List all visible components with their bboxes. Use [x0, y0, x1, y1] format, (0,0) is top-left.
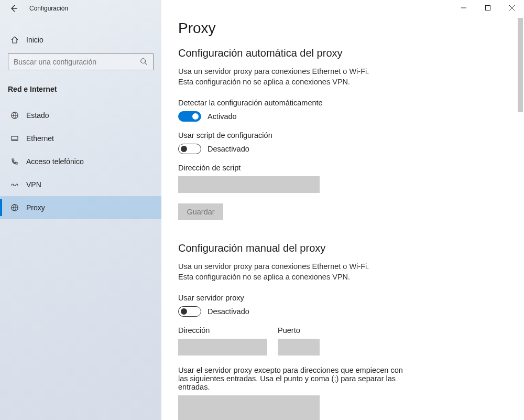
content: Proxy Configuración automática del proxy…: [161, 17, 507, 420]
ethernet-icon: [9, 134, 20, 143]
search-icon: [140, 58, 148, 66]
port-label: Puerto: [278, 326, 320, 335]
maximize-button[interactable]: [476, 0, 500, 16]
window-controls: [161, 0, 524, 17]
address-input[interactable]: [178, 339, 267, 356]
section-manual-title: Configuración manual del proxy: [178, 242, 507, 254]
script-address-label: Dirección de script: [178, 164, 507, 172]
sidebar-item-label: Estado: [26, 111, 49, 120]
maximize-icon: [485, 5, 490, 10]
address-label: Dirección: [178, 326, 267, 335]
sidebar: Configuración Inicio Red e Internet E: [0, 0, 161, 420]
detect-toggle-state: Activado: [208, 112, 237, 121]
script-label: Usar script de configuración: [178, 131, 507, 139]
proxy-icon: [9, 203, 20, 212]
back-arrow-icon: [9, 4, 18, 13]
use-proxy-toggle-state: Desactivado: [208, 307, 249, 316]
back-button[interactable]: [8, 3, 19, 14]
sidebar-item-proxy[interactable]: Proxy: [0, 196, 161, 219]
detect-label: Detectar la configuración automáticament…: [178, 99, 507, 107]
use-proxy-label: Usar servidor proxy: [178, 294, 507, 302]
page-title: Proxy: [178, 20, 507, 37]
sidebar-item-home[interactable]: Inicio: [0, 30, 161, 49]
sidebar-item-vpn[interactable]: VPN: [0, 173, 161, 196]
sidebar-item-label: VPN: [26, 180, 41, 189]
section-manual-desc: Usa un servidor proxy para conexiones Et…: [178, 262, 383, 282]
phone-icon: [9, 157, 20, 166]
sidebar-item-label: Proxy: [26, 203, 45, 212]
svg-point-0: [141, 59, 146, 63]
app-title: Configuración: [29, 5, 68, 12]
globe-icon: [9, 111, 20, 120]
detect-toggle[interactable]: [178, 111, 201, 122]
save-button-auto[interactable]: Guardar: [178, 203, 223, 220]
minimize-icon: [461, 5, 466, 10]
close-button[interactable]: [500, 0, 524, 16]
main: Proxy Configuración automática del proxy…: [161, 0, 524, 420]
sidebar-item-acceso-telefonico[interactable]: Acceso telefónico: [0, 150, 161, 173]
vpn-icon: [9, 180, 20, 189]
sidebar-nav: Estado Ethernet Acceso telefónico VPN: [0, 104, 161, 219]
sidebar-item-label: Acceso telefónico: [26, 157, 84, 166]
svg-rect-4: [486, 6, 490, 10]
home-label: Inicio: [26, 36, 43, 44]
section-auto-title: Configuración automática del proxy: [178, 47, 507, 59]
script-toggle[interactable]: [178, 144, 201, 154]
except-input[interactable]: [178, 395, 320, 420]
port-input[interactable]: [278, 339, 320, 356]
script-address-input[interactable]: [178, 176, 320, 193]
minimize-button[interactable]: [452, 0, 476, 16]
search-input[interactable]: [8, 53, 154, 70]
home-icon: [9, 36, 20, 44]
close-icon: [509, 5, 515, 10]
use-proxy-toggle[interactable]: [178, 306, 201, 317]
section-auto-desc: Usa un servidor proxy para conexiones Et…: [178, 67, 383, 87]
sidebar-item-estado[interactable]: Estado: [0, 104, 161, 127]
script-toggle-state: Desactivado: [208, 145, 249, 153]
sidebar-item-label: Ethernet: [26, 134, 54, 143]
titlebar-left: Configuración: [0, 0, 161, 17]
scrollbar-thumb[interactable]: [518, 18, 523, 112]
sidebar-section-header: Red e Internet: [0, 70, 161, 96]
except-label: Usar el servidor proxy excepto para dire…: [178, 366, 403, 391]
sidebar-item-ethernet[interactable]: Ethernet: [0, 127, 161, 150]
